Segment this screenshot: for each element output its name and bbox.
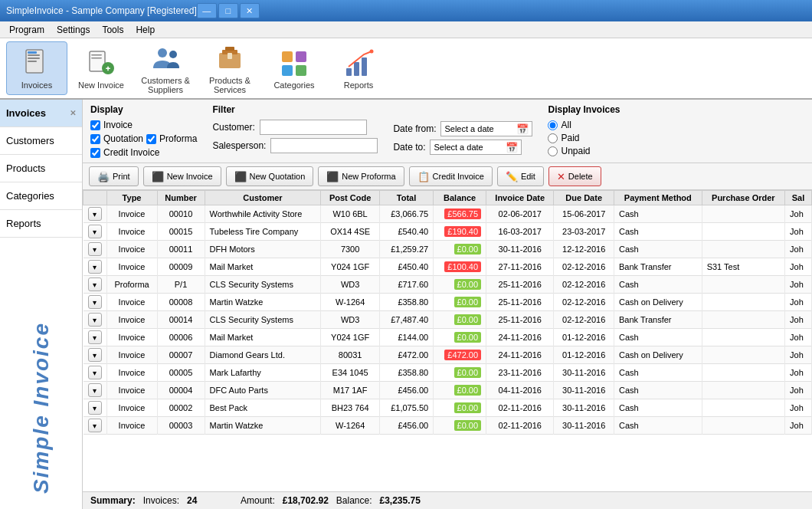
table-row[interactable]: ▾ Invoice 00008 Martin Watzke W-1264 £35… (83, 294, 812, 311)
col-due-date[interactable]: Due Date (554, 191, 614, 205)
col-postcode[interactable]: Post Code (321, 191, 379, 205)
display-credit-checkbox[interactable] (90, 148, 100, 158)
purchase-order-cell (702, 241, 784, 258)
display-quotation-label: Quotation (103, 133, 143, 144)
display-invoices-section: Display Invoices All Paid Unpaid (548, 104, 620, 156)
display-invoice-checkbox[interactable] (90, 120, 100, 130)
table-header-row: Type Number Customer Post Code Total Bal… (83, 191, 812, 205)
date-to-label: Date to: (393, 142, 425, 153)
expand-button[interactable]: ▾ (88, 225, 102, 238)
col-sal[interactable]: Sal (785, 191, 812, 205)
action-bar: 🖨️ Print ⬛ New Invoice ⬛ New Quotation ⬛… (83, 163, 812, 190)
table-row[interactable]: ▾ Invoice 00009 Mail Market Y024 1GF £45… (83, 258, 812, 276)
radio-unpaid[interactable] (548, 146, 558, 156)
col-type[interactable]: Type (106, 191, 157, 205)
total-cell: £450.40 (379, 258, 433, 276)
sidebar-logo-text: Simple Invoice (29, 322, 54, 494)
toolbar-products-services[interactable]: Products & Services (199, 41, 260, 95)
number-cell: 00002 (157, 399, 205, 417)
minimize-button[interactable]: — (197, 3, 217, 18)
toolbar-invoices[interactable]: Invoices (6, 41, 67, 95)
col-balance[interactable]: Balance (434, 191, 486, 205)
toolbar-new-invoice[interactable]: New Invoice (70, 41, 132, 95)
date-from-input[interactable]: Select a date 📅 (440, 121, 532, 136)
table-row[interactable]: ▾ Invoice 00014 CLS Security Systems WD3… (83, 311, 812, 329)
new-invoice-button[interactable]: ⬛ New Invoice (143, 166, 221, 186)
credit-invoice-button[interactable]: 📋 Credit Invoice (409, 166, 493, 186)
toolbar-categories[interactable]: Categories (264, 41, 325, 95)
table-row[interactable]: ▾ Invoice 00006 Mail Market Y024 1GF £14… (83, 329, 812, 346)
table-row[interactable]: ▾ Invoice 00005 Mark Lafarthy E34 1045 £… (83, 364, 812, 382)
radio-paid[interactable] (548, 133, 558, 143)
toolbar-customers-suppliers[interactable]: Customers & Suppliers (135, 41, 196, 95)
expand-button[interactable]: ▾ (88, 260, 102, 274)
expand-button[interactable]: ▾ (88, 330, 102, 344)
sidebar-item-categories[interactable]: Categories (0, 182, 82, 210)
display-title: Display (90, 104, 197, 115)
customer-cell: Diamond Gears Ltd. (205, 346, 321, 364)
display-proforma-checkbox[interactable] (146, 134, 156, 144)
col-number[interactable]: Number (157, 191, 205, 205)
sidebar-item-invoices[interactable]: Invoices ✕ (0, 100, 82, 127)
expand-button[interactable]: ▾ (88, 277, 102, 291)
expand-button[interactable]: ▾ (88, 419, 102, 432)
reports-icon (343, 47, 374, 77)
svg-point-24 (370, 50, 374, 54)
postcode-cell: W10 6BL (321, 205, 379, 223)
table-row[interactable]: ▾ Invoice 00015 Tubeless Tire Company OX… (83, 223, 812, 241)
expand-button[interactable]: ▾ (88, 366, 102, 379)
display-quotation-checkbox[interactable] (90, 134, 100, 144)
expand-button[interactable]: ▾ (88, 401, 102, 415)
expand-button[interactable]: ▾ (88, 313, 102, 327)
customer-input[interactable] (260, 120, 367, 135)
display-invoices-title: Display Invoices (548, 104, 620, 115)
menu-bar: Program Settings Tools Help (0, 21, 812, 38)
sidebar-item-customers[interactable]: Customers (0, 127, 82, 155)
balance-badge: £0.00 (454, 314, 482, 325)
toolbar-reports[interactable]: Reports (328, 41, 389, 95)
col-customer[interactable]: Customer (205, 191, 321, 205)
expand-cell: ▾ (83, 241, 107, 258)
number-cell: 00004 (157, 382, 205, 399)
expand-button[interactable]: ▾ (88, 295, 102, 309)
table-row[interactable]: ▾ Invoice 00007 Diamond Gears Ltd. 80031… (83, 346, 812, 364)
maximize-button[interactable]: □ (218, 3, 238, 18)
number-cell: 00014 (157, 311, 205, 329)
table-row[interactable]: ▾ Proforma P/1 CLS Security Systems WD3 … (83, 276, 812, 294)
print-button[interactable]: 🖨️ Print (89, 166, 139, 186)
new-quotation-button[interactable]: ⬛ New Quotation (226, 166, 314, 186)
expand-button[interactable]: ▾ (88, 348, 102, 362)
col-payment-method[interactable]: Payment Method (614, 191, 702, 205)
sidebar-item-reports[interactable]: Reports (0, 210, 82, 238)
table-row[interactable]: ▾ Invoice 00002 Best Pack BH23 764 £1,07… (83, 399, 812, 417)
salesperson-input[interactable] (270, 138, 378, 153)
menu-help[interactable]: Help (129, 23, 161, 37)
display-quotation-row: Quotation Proforma (90, 133, 197, 144)
menu-tools[interactable]: Tools (96, 23, 129, 37)
expand-button[interactable]: ▾ (88, 242, 102, 256)
table-row[interactable]: ▾ Invoice 00003 Martin Watzke W-1264 £45… (83, 417, 812, 435)
menu-program[interactable]: Program (3, 23, 51, 37)
delete-button[interactable]: ✕ Delete (548, 166, 601, 186)
expand-button[interactable]: ▾ (88, 207, 102, 221)
new-proforma-button[interactable]: ⬛ New Proforma (318, 166, 404, 186)
edit-button[interactable]: ✏️ Edit (497, 166, 544, 186)
col-invoice-date[interactable]: Invoice Date (486, 191, 554, 205)
salesperson-cell: Joh (785, 382, 812, 399)
table-row[interactable]: ▾ Invoice 00004 DFC Auto Parts M17 1AF £… (83, 382, 812, 399)
menu-settings[interactable]: Settings (51, 23, 96, 37)
expand-cell: ▾ (83, 205, 107, 223)
sidebar-close-invoices[interactable]: ✕ (70, 109, 76, 117)
expand-button[interactable]: ▾ (88, 383, 102, 397)
radio-all[interactable] (548, 120, 558, 130)
table-row[interactable]: ▾ Invoice 00011 DFH Motors 7300 £1,259.2… (83, 241, 812, 258)
table-container[interactable]: Type Number Customer Post Code Total Bal… (83, 190, 812, 491)
due-date-cell: 30-11-2016 (554, 399, 614, 417)
sidebar-item-products[interactable]: Products (0, 155, 82, 182)
col-purchase-order[interactable]: Purchase Order (702, 191, 784, 205)
balance-badge: £0.00 (454, 244, 482, 254)
date-to-input[interactable]: Select a date 📅 (430, 140, 522, 155)
close-window-button[interactable]: ✕ (240, 3, 260, 18)
table-row[interactable]: ▾ Invoice 00010 Worthwhile Activity Stor… (83, 205, 812, 223)
col-total[interactable]: Total (379, 191, 433, 205)
